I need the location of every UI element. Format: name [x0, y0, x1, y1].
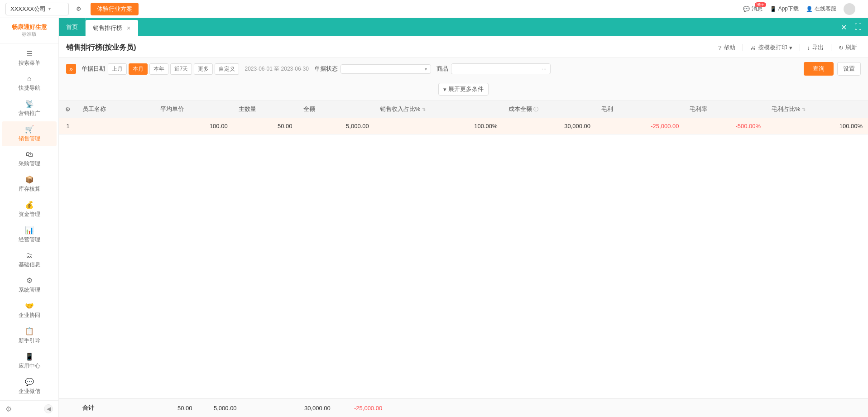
print-icon: 🖨 [750, 44, 756, 51]
filter-toggle[interactable]: » [66, 64, 76, 74]
chevron-down-icon: ▾ [48, 6, 51, 11]
app-download-btn[interactable]: 📱 App下载 [770, 5, 799, 13]
td-cost: 30,000.00 [503, 118, 596, 134]
td-gross-pct: 100.00% [766, 118, 868, 134]
sidebar-item-sales-mgmt[interactable]: 🛒 销售管理 [2, 121, 57, 146]
footer-amount: 5,000.00 [208, 399, 249, 417]
th-settings[interactable]: ⚙ [59, 101, 77, 118]
cost-info-icon[interactable]: ⓘ [533, 106, 538, 112]
settings-filter-btn[interactable]: 设置 [837, 62, 861, 76]
date-btn-custom[interactable]: 自定义 [215, 63, 239, 75]
company-name: XXXXXX公司 [10, 5, 46, 13]
home-icon: ⌂ [27, 75, 32, 83]
sidebar-item-label: 经营管理 [19, 236, 40, 244]
tab-sales-rank[interactable]: 销售排行榜 × [86, 20, 138, 36]
app-center-icon: 📱 [25, 352, 34, 361]
sidebar-item-marketing[interactable]: 📡 营销推广 [2, 96, 57, 121]
logo-subtitle: 标准版 [22, 31, 37, 38]
page-title: 销售排行榜(按业务员) [66, 43, 136, 53]
message-btn[interactable]: 💬 消息 99+ [743, 5, 762, 13]
online-service-btn[interactable]: 👤 在线客服 [806, 5, 836, 13]
goods-more-icon[interactable]: ··· [542, 66, 547, 72]
content-area: 首页 销售排行榜 × ✕ ⛶ 销售排行榜(按业务员) ? 帮助 [59, 18, 868, 417]
export-icon: ↓ [807, 44, 810, 51]
sidebar-item-system-mgmt[interactable]: ⚙ 系统管理 [2, 273, 57, 297]
footer-total-label: 合计 [77, 399, 131, 417]
sidebar-item-enterprise-wx[interactable]: 💬 企业微信 [2, 374, 57, 399]
sidebar-item-app-center[interactable]: 📱 应用中心 [2, 349, 57, 374]
sales-icon: 🛒 [25, 125, 34, 134]
date-btn-this-month[interactable]: 本月 [129, 63, 148, 75]
search-order-icon: ☰ [26, 49, 33, 58]
sidebar-items: ☰ 搜索菜单 ⌂ 快捷导航 📡 营销推广 🛒 销售管理 🛍 采购管理 📦 库 [0, 43, 58, 400]
sidebar-item-label: 企业协同 [19, 312, 40, 319]
filter-status-item: 单据状态 ▾ [314, 64, 431, 74]
status-select[interactable]: ▾ [340, 64, 431, 74]
tab-home[interactable]: 首页 [59, 18, 86, 36]
th-sales-pct: 销售收入占比% ⇅ [374, 101, 503, 118]
purchase-icon: 🛍 [26, 150, 33, 158]
print-btn[interactable]: 🖨 按模板打印 ▾ [747, 42, 796, 53]
top-bar-right: 💬 消息 99+ 📱 App下载 👤 在线客服 [743, 3, 863, 15]
goods-label: 商品 [436, 65, 448, 73]
footer-gross-pct [439, 399, 480, 417]
divider3 [831, 44, 831, 51]
inventory-icon: 📦 [25, 175, 34, 184]
enterprise-wx-icon: 💬 [25, 378, 34, 386]
sidebar-item-quick-nav[interactable]: ⌂ 快捷导航 [2, 71, 57, 96]
sales-pct-sort-icon[interactable]: ⇅ [422, 107, 426, 112]
company-selector[interactable]: XXXXXX公司 ▾ [5, 3, 69, 15]
toggle-icon[interactable]: » [66, 64, 76, 74]
td-gross-rate: -500.00% [684, 118, 766, 134]
refresh-label: 刷新 [845, 43, 857, 52]
expand-btn[interactable]: ▾ 展开更多条件 [438, 83, 489, 96]
divider1 [743, 44, 743, 51]
tab-home-label: 首页 [66, 23, 78, 31]
query-btn[interactable]: 查询 [804, 62, 834, 76]
sidebar-item-inventory[interactable]: 📦 库存核算 [2, 172, 57, 197]
tab-fullscreen-btn[interactable]: ⛶ [852, 21, 864, 34]
tab-close-btn[interactable]: ✕ [837, 21, 850, 34]
date-btn-7days[interactable]: 近7天 [170, 63, 192, 75]
sidebar-item-finance[interactable]: 💰 资金管理 [2, 197, 57, 222]
column-settings-icon[interactable]: ⚙ [65, 106, 71, 113]
sidebar-item-base-info[interactable]: 🗂 基础信息 [2, 248, 57, 272]
operations-icon: 📊 [25, 226, 34, 235]
sidebar-item-label: 新手引导 [19, 337, 40, 345]
main-layout: 畅康通好生意 标准版 ☰ 搜索菜单 ⌂ 快捷导航 📡 营销推广 🛒 销售管理 [0, 18, 868, 417]
avatar [844, 3, 855, 15]
collapse-sidebar-btn[interactable]: ◀ [44, 404, 53, 413]
tab-close-icon[interactable]: × [127, 24, 130, 32]
gross-pct-sort-icon[interactable]: ⇅ [802, 107, 806, 112]
data-table: ⚙ 员工名称 平均单价 主数量 全额 销售收入占比% ⇅ 成本全额 [59, 101, 868, 134]
date-btn-last-month[interactable]: 上月 [108, 63, 127, 75]
date-btn-this-year[interactable]: 本年 [149, 63, 168, 75]
sidebar-item-enterprise-coop[interactable]: 🤝 企业协同 [2, 298, 57, 323]
footer-avg-price [131, 399, 172, 417]
sidebar-bottom: ⚙ ◀ [0, 400, 58, 417]
td-name [77, 118, 155, 134]
refresh-btn[interactable]: ↻ 刷新 [835, 42, 861, 53]
help-label: 帮助 [724, 43, 735, 52]
filter-goods-item: 商品 ··· [436, 63, 551, 74]
settings-bottom-icon[interactable]: ⚙ [5, 405, 12, 413]
sidebar-item-purchase-mgmt[interactable]: 🛍 采购管理 [2, 147, 57, 171]
tab-bar-right: ✕ ⛶ [837, 21, 868, 34]
settings-icon-btn[interactable]: ⚙ [72, 3, 85, 15]
sidebar-item-operations[interactable]: 📊 经营管理 [2, 222, 57, 247]
sidebar-item-label: 采购管理 [19, 160, 40, 168]
th-gross-rate: 毛利率 [684, 101, 766, 118]
sidebar-item-search-order[interactable]: ☰ 搜索菜单 [2, 46, 57, 71]
marketing-icon: 📡 [25, 100, 34, 108]
date-filter-label: 单据日期 [82, 65, 105, 73]
th-cost: 成本全额 ⓘ [503, 101, 596, 118]
date-range-btns: 上月 本月 本年 近7天 更多 自定义 [108, 63, 240, 75]
goods-input[interactable]: ··· [451, 63, 551, 74]
export-btn[interactable]: ↓ 导出 [804, 42, 828, 53]
date-btn-more[interactable]: 更多 [194, 63, 213, 75]
trial-btn[interactable]: 体验行业方案 [91, 3, 139, 15]
sidebar-item-label: 资金管理 [19, 211, 40, 218]
help-btn[interactable]: ? 帮助 [715, 42, 739, 53]
sidebar-item-new-guide[interactable]: 📋 新手引导 [2, 323, 57, 348]
system-icon: ⚙ [26, 276, 33, 285]
